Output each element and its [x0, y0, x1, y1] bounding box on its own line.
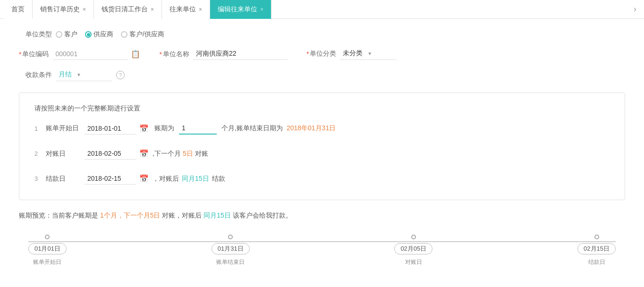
step-2-row: 2 对账日 📅 ,下一个月5日 对账: [34, 148, 610, 160]
preview-mid: 对账，对账后: [160, 211, 203, 219]
panel-hint: 请按照未来的一个完整帐期进行设置: [34, 104, 610, 113]
timeline-item-3: 02月15日 结款日: [577, 235, 616, 266]
payment-condition-value: 月结: [56, 68, 75, 81]
radio-customer-supplier[interactable]: 客户/供应商: [121, 30, 164, 39]
timeline-sub-3: 结款日: [588, 258, 605, 266]
tab-cash-work-close[interactable]: ×: [151, 6, 154, 13]
tabs-bar: 首页 销售订单历史 × 钱货日清工作台 × 往来单位 × 编辑往来单位 × ›: [0, 0, 644, 19]
step-1-calendar-icon[interactable]: 📅: [139, 124, 149, 133]
unit-classify-value: 未分类: [340, 47, 365, 59]
tab-edit-counterparty[interactable]: 编辑往来单位 ×: [210, 0, 271, 19]
step-1-period-label: 账期为: [154, 124, 174, 133]
timeline-dot-0: [45, 235, 50, 239]
timeline-dot-2: [411, 235, 416, 239]
step-3-prefix: ，对账后: [153, 175, 179, 183]
unit-name-star: *: [159, 51, 161, 58]
unit-classify-dropdown[interactable]: 未分类 ▼: [340, 47, 397, 60]
step-1-date-input[interactable]: [85, 123, 136, 135]
step-3-suffix: 结款: [212, 175, 225, 183]
unit-classify-label: 单位分类: [310, 50, 336, 58]
payment-condition-select[interactable]: 月结 ▼: [56, 68, 112, 81]
tab-home-label: 首页: [11, 5, 25, 14]
timeline-date-0: 01月01日: [28, 243, 67, 254]
step-2-num: 2: [34, 150, 46, 157]
unit-name-input[interactable]: [193, 48, 288, 60]
step-1-row: 1 账单开始日 📅 账期为 个月,账单结束日期为 2018年01月31日: [34, 122, 610, 135]
tab-counterparty-close[interactable]: ×: [199, 6, 202, 13]
payment-condition-label: 收款条件: [19, 71, 52, 79]
timeline-dot-3: [594, 235, 599, 239]
timeline-item-1: 01月31日 账单结束日: [212, 235, 250, 266]
tab-edit-counterparty-label: 编辑往来单位: [218, 5, 257, 14]
unit-classify-arrow-icon: ▼: [367, 51, 372, 56]
step-1-unit-text: 个月,账单结束日期为: [221, 124, 283, 133]
unit-code-icon[interactable]: 📋: [131, 50, 140, 59]
radio-customer-circle: [56, 31, 62, 38]
step-2-prefix: ,下一个月: [153, 150, 181, 158]
tab-cash-work-label: 钱货日清工作台: [102, 5, 148, 14]
unit-type-row: 单位类型 客户 供应商 客户/供应商: [19, 30, 625, 39]
radio-supplier-label: 供应商: [93, 30, 113, 39]
unit-code-star: *: [19, 51, 21, 58]
radio-customer-supplier-label: 客户/供应商: [129, 30, 164, 39]
tab-sales-history-close[interactable]: ×: [83, 6, 86, 13]
timeline-date-3: 02月15日: [577, 243, 616, 254]
unit-info-row: * 单位编码 📋 * 单位名称 * 单位分类 未分类 ▼: [19, 47, 625, 60]
step-1-end-date: 2018年01月31日: [287, 124, 336, 133]
unit-type-radio-group: 客户 供应商 客户/供应商: [56, 30, 164, 39]
unit-name-label: 单位名称: [163, 50, 189, 59]
step-3-date-input[interactable]: [85, 173, 136, 185]
radio-supplier[interactable]: 供应商: [85, 30, 113, 39]
preview-text: 账期预览：当前客户账期是 1个月，下一个月5日 对账，对账后 同月15日 该客户…: [19, 210, 625, 221]
unit-code-label: 单位编码: [22, 50, 49, 59]
tab-home[interactable]: 首页: [4, 0, 33, 19]
timeline-dot-1: [228, 235, 233, 239]
radio-supplier-circle: [85, 31, 92, 38]
tab-counterparty[interactable]: 往来单位 ×: [162, 0, 210, 19]
preview-check-date: 下一个月5日: [124, 211, 161, 219]
page-content: 单位类型 客户 供应商 客户/供应商 * 单位编码 📋 * 单位名称: [0, 19, 644, 287]
timeline-sub-2: 对账日: [405, 258, 422, 266]
tab-sales-history-label: 销售订单历史: [40, 5, 80, 14]
step-3-row: 3 结款日 📅 ，对账后 同月15日 结款: [34, 173, 610, 185]
timeline-sub-1: 账单结束日: [216, 258, 245, 266]
tab-cash-work[interactable]: 钱货日清工作台 ×: [94, 0, 162, 19]
preview-end: 该客户会给我打款。: [231, 211, 292, 219]
timeline-sub-0: 账单开始日: [33, 258, 61, 266]
unit-classify-group: * 单位分类 未分类 ▼: [306, 47, 397, 60]
step-2-orange-text: 5日: [183, 150, 193, 158]
step-3-label: 结款日: [46, 175, 79, 183]
preview-month: 1个月，: [100, 211, 124, 219]
step-1-num: 1: [34, 125, 46, 132]
radio-customer-label: 客户: [64, 30, 77, 39]
tab-sales-history[interactable]: 销售订单历史 ×: [33, 0, 94, 19]
unit-code-group: * 单位编码 📋: [19, 48, 140, 60]
step-2-date-input[interactable]: [85, 148, 136, 160]
step-1-label: 账单开始日: [46, 124, 79, 133]
step-3-teal-text: 同月15日: [182, 175, 209, 183]
step-2-calendar-icon[interactable]: 📅: [139, 149, 149, 158]
timeline-item-2: 02月05日 对账日: [394, 235, 432, 266]
tab-counterparty-label: 往来单位: [169, 5, 196, 14]
step-1-period-input[interactable]: [179, 122, 217, 135]
step-2-suffix: 对账: [195, 150, 208, 158]
unit-code-input[interactable]: [52, 48, 128, 60]
timeline-item-0: 01月01日 账单开始日: [28, 235, 67, 266]
timeline-items: 01月01日 账单开始日 01月31日 账单结束日 02月05日 对账日 02月…: [28, 235, 616, 266]
tab-edit-counterparty-close[interactable]: ×: [260, 6, 263, 13]
payment-condition-help-icon[interactable]: ?: [116, 71, 125, 79]
unit-classify-star: *: [306, 50, 309, 58]
timeline-date-1: 01月31日: [212, 243, 250, 254]
unit-type-label: 单位类型: [19, 30, 52, 39]
tab-more-button[interactable]: ›: [630, 4, 640, 14]
radio-customer[interactable]: 客户: [56, 30, 77, 39]
timeline-date-2: 02月05日: [394, 243, 432, 254]
step-3-num: 3: [34, 175, 46, 182]
timeline-wrapper: 01月01日 账单开始日 01月31日 账单结束日 02月05日 对账日 02月…: [19, 235, 625, 285]
settings-panel: 请按照未来的一个完整帐期进行设置 1 账单开始日 📅 账期为 个月,账单结束日期…: [19, 93, 625, 200]
step-2-label: 对账日: [46, 150, 79, 158]
preview-pay-date: 同月15日: [203, 211, 231, 219]
payment-condition-arrow-icon: ▼: [76, 72, 81, 77]
payment-condition-row: 收款条件 月结 ▼ ?: [19, 68, 625, 81]
step-3-calendar-icon[interactable]: 📅: [139, 174, 149, 183]
